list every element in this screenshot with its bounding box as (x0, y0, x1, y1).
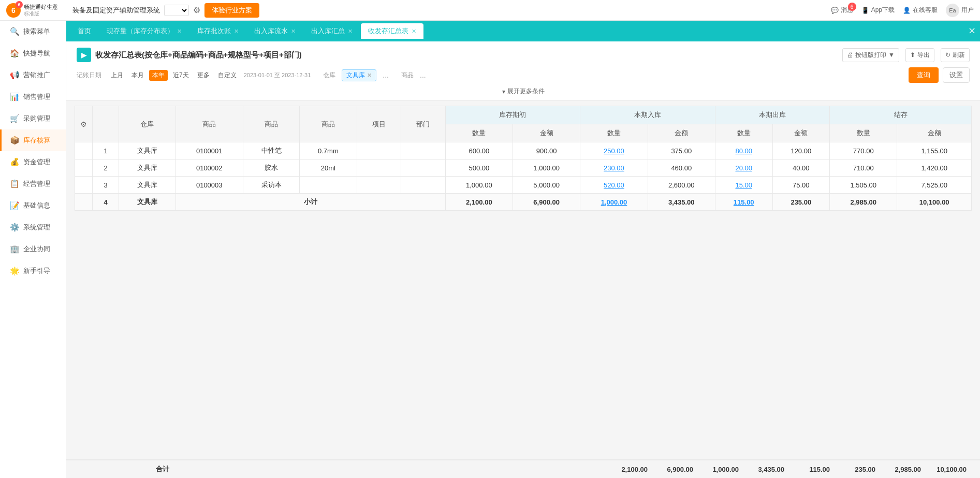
sidebar-item-finance[interactable]: 💰 资金管理 (0, 151, 66, 173)
th-row-no (93, 106, 119, 142)
row-in-qty[interactable]: 520.00 (580, 177, 648, 194)
row-bal-qty: 770.00 (830, 142, 897, 160)
th-warehouse: 仓库 (119, 106, 175, 142)
th-in: 本期入库 (580, 106, 715, 124)
expand-conditions-btn[interactable]: ▾ 展开更多条件 (502, 87, 545, 96)
tab-bar: 首页 现存量（库存分布表） ✕ 库存批次账 ✕ 出入库流水 ✕ 出入库汇总 ✕ … (66, 21, 980, 41)
message-btn[interactable]: 💬 消息 6 (831, 6, 853, 15)
date-btn-this-month[interactable]: 本月 (128, 70, 147, 81)
tab-inout-flow[interactable]: 出入库流水 ✕ (247, 23, 303, 39)
settings-button[interactable]: ⚙ (193, 5, 200, 15)
row-bal-qty: 710.00 (830, 160, 897, 177)
total-bal-amt: 10,100.00 (926, 466, 972, 473)
refresh-button[interactable]: ↻ 刷新 (941, 48, 970, 62)
th-bal-amt: 金额 (897, 124, 972, 142)
row-open-amt: 5,000.00 (513, 177, 580, 194)
message-icon: 💬 (831, 7, 839, 14)
date-btn-more[interactable]: 更多 (194, 70, 213, 81)
trial-button[interactable]: 体验行业方案 (204, 3, 259, 18)
query-button[interactable]: 查询 (909, 67, 939, 83)
row-bal-amt: 7,525.00 (897, 177, 972, 194)
date-btn-custom[interactable]: 自定义 (215, 70, 240, 81)
subtotal-warehouse: 文具库 (119, 194, 175, 211)
footer-total: 合计 2,100.00 6,900.00 1,000.00 3,435.00 1… (66, 459, 980, 478)
tab-stock-dist[interactable]: 现存量（库存分布表） ✕ (99, 23, 189, 39)
row-out-qty[interactable]: 20.00 (715, 160, 772, 177)
row-out-qty[interactable]: 15.00 (715, 177, 772, 194)
enterprise-icon: 🏢 (10, 244, 19, 254)
tab-batch[interactable]: 库存批次账 ✕ (190, 23, 246, 39)
finance-icon: 💰 (10, 157, 19, 167)
total-bal-qty: 2,985.00 (881, 466, 926, 473)
system-select[interactable] (164, 5, 189, 16)
filter-toggle-btn[interactable]: ▶ (77, 48, 91, 62)
row-out-qty[interactable]: 80.00 (715, 142, 772, 160)
sidebar-item-basic[interactable]: 📝 基础信息 (0, 195, 66, 216)
tab-close-batch[interactable]: ✕ (234, 28, 239, 35)
subtotal-bal-qty: 2,985.00 (830, 194, 897, 211)
sidebar-item-sales[interactable]: 📊 销售管理 (0, 86, 66, 108)
row-bal-qty: 1,505.00 (830, 177, 897, 194)
top-bar: 6 6 畅捷通好生意 标准版 装备及固定资产辅助管理系统 ⚙ 体验行业方案 💬 … (0, 0, 980, 21)
subtotal-open-amt: 6,900.00 (513, 194, 580, 211)
sidebar-item-enterprise[interactable]: 🏢 企业协同 (0, 238, 66, 260)
tab-recv-send[interactable]: 收发存汇总表 ✕ (361, 23, 423, 39)
date-btn-7days[interactable]: 近7天 (170, 70, 192, 81)
page-title-row: ▶ 收发存汇总表(按仓库+商品编码+商品+规格型号+项目+部门) 🖨 按钮版打印… (77, 48, 970, 62)
row-in-qty[interactable]: 250.00 (580, 142, 648, 160)
row-in-amt: 375.00 (648, 142, 715, 160)
sidebar-item-system[interactable]: ⚙️ 系统管理 (0, 216, 66, 238)
sidebar-item-search[interactable]: 🔍 搜索菜单 (0, 21, 66, 42)
expand-row: ▾ 展开更多条件 (77, 87, 970, 96)
date-btn-this-year[interactable]: 本年 (149, 70, 168, 81)
sidebar-item-purchase[interactable]: 🛒 采购管理 (0, 108, 66, 129)
tab-close-inout-summary[interactable]: ✕ (348, 28, 353, 35)
warehouse-filter-more[interactable]: ... (383, 71, 389, 79)
sidebar-item-operations[interactable]: 📋 经营管理 (0, 173, 66, 195)
print-icon: 🖨 (847, 51, 853, 59)
goods-filter-more[interactable]: ... (420, 71, 426, 79)
user-btn[interactable]: Ea 用户 (946, 4, 974, 17)
app-download-btn[interactable]: 📱 App下载 (861, 6, 895, 15)
sidebar-item-marketing[interactable]: 📢 营销推广 (0, 64, 66, 86)
total-values: 2,100.00 6,900.00 1,000.00 3,435.00 115.… (607, 466, 972, 473)
row-open-qty: 500.00 (445, 160, 513, 177)
subtotal-out-qty[interactable]: 115.00 (715, 194, 772, 211)
subtotal-out-amt: 235.00 (772, 194, 830, 211)
goods-filter-label: 商品 (401, 71, 414, 80)
row-project (357, 142, 401, 160)
table-settings-icon[interactable]: ⚙ (80, 120, 87, 128)
row-spec: 0.7mm (300, 142, 357, 160)
tab-bar-close[interactable]: ✕ (968, 25, 976, 37)
subtotal-in-qty[interactable]: 1,000.00 (580, 194, 648, 211)
th-settings: ⚙ (75, 106, 93, 142)
tab-close-stock-dist[interactable]: ✕ (177, 28, 182, 35)
tab-home[interactable]: 首页 (70, 23, 98, 39)
expand-icon: ▾ (502, 88, 505, 95)
tab-close-recv-send[interactable]: ✕ (412, 28, 416, 35)
th-dept: 部门 (401, 106, 446, 142)
warehouse-filter-label: 仓库 (323, 71, 335, 80)
warehouse-tag-close[interactable]: ✕ (367, 72, 372, 79)
export-button[interactable]: ⬆ 导出 (905, 48, 934, 62)
date-btn-last-month[interactable]: 上月 (108, 70, 126, 81)
total-out-amt: 235.00 (835, 466, 881, 473)
row-open-amt: 1,000.00 (513, 160, 580, 177)
row-name: 中性笔 (243, 142, 299, 160)
refresh-icon: ↻ (945, 51, 950, 59)
settings-filter-button[interactable]: 设置 (943, 67, 970, 83)
print-button[interactable]: 🖨 按钮版打印 ▼ (842, 48, 899, 62)
online-service-btn[interactable]: 👤 在线客服 (903, 6, 938, 15)
total-open-qty: 2,100.00 (607, 466, 653, 473)
row-out-amt: 40.00 (772, 160, 830, 177)
tab-close-inout-flow[interactable]: ✕ (291, 28, 296, 35)
row-in-qty[interactable]: 230.00 (580, 160, 648, 177)
logo-text: 畅捷通好生意 标准版 (24, 3, 58, 17)
sidebar-item-quick[interactable]: 🏠 快捷导航 (0, 42, 66, 64)
sidebar-item-inventory[interactable]: 📦 库存核算 (0, 129, 66, 151)
avatar: Ea (946, 4, 959, 17)
tab-inout-summary[interactable]: 出入库汇总 ✕ (304, 23, 360, 39)
sidebar-item-guide[interactable]: 🌟 新手引导 (0, 260, 66, 282)
total-in-qty: 1,000.00 (698, 466, 744, 473)
subtotal-label: 小计 (175, 194, 445, 211)
